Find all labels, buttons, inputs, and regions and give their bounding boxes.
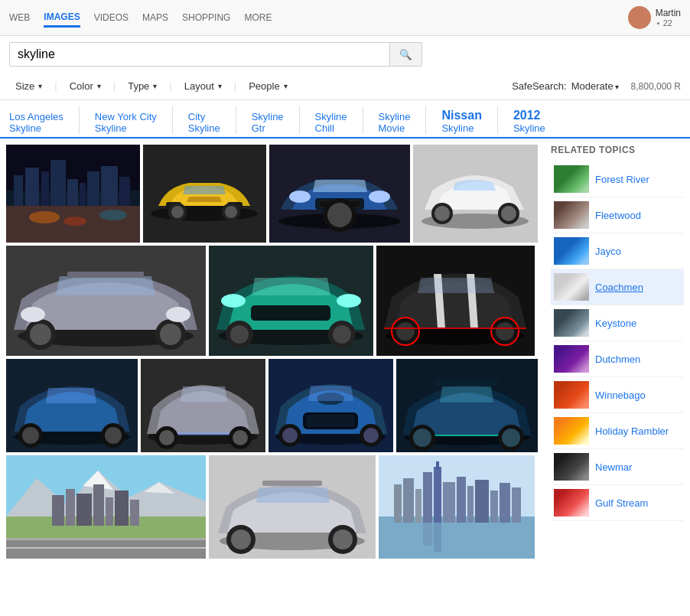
related-item-newmar[interactable]: Newmar	[551, 449, 684, 485]
refine-sub[interactable]: Skyline	[95, 122, 157, 134]
related-name[interactable]: Forest River	[595, 174, 649, 185]
image-cell[interactable]	[269, 145, 410, 243]
related-name[interactable]: Coachmen	[595, 282, 643, 293]
related-name[interactable]: Fleetwood	[595, 210, 641, 221]
related-thumb	[554, 381, 589, 409]
filter-size[interactable]: Size▾	[9, 77, 48, 95]
refine-link[interactable]: Skyline	[252, 111, 284, 122]
nav-web[interactable]: WEB	[9, 9, 30, 26]
image-cell[interactable]	[396, 359, 538, 452]
svg-point-44	[21, 307, 45, 322]
refine-sub[interactable]: Movie	[379, 122, 411, 134]
refine-link[interactable]: New York City	[95, 111, 157, 122]
safesearch-selector[interactable]: Moderate▾	[571, 80, 619, 92]
refine-nissan-skyline[interactable]: Nissan Skyline	[441, 109, 481, 134]
related-name[interactable]: Dutchmen	[595, 354, 640, 365]
image-cell[interactable]	[209, 246, 373, 356]
refine-skyline-movie[interactable]: Skyline Movie	[379, 111, 411, 134]
related-item-fleetwood[interactable]: Fleetwood	[551, 197, 684, 233]
search-button[interactable]: 🔍	[389, 43, 421, 66]
user-area: Martin ⋆ 22	[628, 6, 681, 29]
refine-los-angeles[interactable]: Los Angeles Skyline	[9, 111, 63, 134]
refine-link[interactable]: 2012	[513, 109, 545, 122]
refine-skyline-gtr[interactable]: Skyline Gtr	[252, 111, 284, 134]
related-item-jayco[interactable]: Jayco	[551, 233, 684, 269]
svg-rect-100	[115, 491, 129, 526]
filter-people[interactable]: People▾	[242, 77, 293, 95]
refine-sub[interactable]: Skyline	[513, 122, 545, 134]
image-cell[interactable]	[6, 246, 206, 356]
nav-videos[interactable]: VIDEOS	[94, 9, 129, 26]
svg-rect-9	[101, 166, 118, 206]
refine-new-york-city[interactable]: New York City Skyline	[95, 111, 157, 134]
svg-point-45	[166, 307, 190, 322]
refine-divider	[425, 106, 426, 134]
safesearch-label: SafeSearch:	[512, 80, 567, 92]
filter-layout[interactable]: Layout▾	[178, 77, 228, 95]
related-name[interactable]: Winnebago	[595, 389, 646, 401]
filter-color[interactable]: Color▾	[63, 77, 107, 95]
nav-maps[interactable]: MAPS	[142, 9, 168, 26]
related-item-holiday-rambler[interactable]: Holiday Rambler	[551, 413, 684, 449]
svg-rect-99	[106, 497, 113, 526]
refine-link[interactable]: Nissan	[441, 109, 481, 122]
refine-sub[interactable]: Skyline	[188, 122, 220, 134]
svg-point-64	[22, 427, 39, 444]
svg-rect-5	[50, 160, 66, 206]
search-input[interactable]	[10, 43, 389, 66]
image-cell[interactable]	[269, 359, 393, 452]
refine-2012-skyline[interactable]: 2012 Skyline	[513, 109, 545, 134]
related-name[interactable]: Keystone	[595, 318, 636, 329]
image-cell[interactable]	[376, 246, 535, 356]
svg-rect-7	[80, 183, 86, 206]
image-cell[interactable]	[143, 145, 266, 243]
nav-shopping[interactable]: SHOPPING	[182, 9, 230, 26]
refine-skyline-chill[interactable]: Skyline Chill	[315, 111, 347, 134]
related-name[interactable]: Gulf Stream	[595, 497, 648, 509]
refine-divider	[172, 106, 173, 134]
refine-link[interactable]: Skyline	[379, 111, 411, 122]
related-item-dutchmen[interactable]: Dutchmen	[551, 341, 684, 377]
svg-rect-126	[500, 483, 510, 523]
filter-type[interactable]: Type▾	[122, 77, 163, 95]
filter-sep-2: |	[113, 80, 116, 92]
nav-more[interactable]: MORE	[244, 9, 272, 26]
related-name[interactable]: Holiday Rambler	[595, 425, 669, 437]
user-info: Martin ⋆ 22	[656, 8, 681, 28]
nav-links: WEB IMAGES VIDEOS MAPS SHOPPING MORE	[9, 8, 272, 28]
refine-link[interactable]: Skyline	[315, 111, 347, 122]
refine-sub[interactable]: Chill	[315, 122, 347, 134]
refine-sub[interactable]: Skyline	[441, 122, 481, 134]
related-item-keystone[interactable]: Keystone	[551, 305, 684, 341]
refine-link[interactable]: Los Angeles	[9, 111, 63, 122]
refine-link[interactable]: City	[188, 111, 220, 122]
related-item-forest-river[interactable]: Forest River	[551, 161, 684, 197]
image-cell[interactable]	[413, 145, 538, 243]
related-item-winnebago[interactable]: Winnebago	[551, 377, 684, 413]
chevron-down-icon: ▾	[284, 82, 288, 90]
related-thumb	[554, 273, 589, 301]
filters-bar: Size▾ | Color▾ | Type▾ | Layout▾ | Peopl…	[0, 73, 690, 100]
image-cell[interactable]	[6, 145, 140, 243]
refine-sub[interactable]: Gtr	[252, 122, 284, 134]
image-cell[interactable]	[6, 455, 206, 559]
svg-point-30	[327, 203, 352, 227]
image-cell[interactable]	[141, 359, 265, 452]
image-row-2	[6, 246, 539, 356]
image-cell[interactable]	[379, 455, 535, 559]
svg-point-88	[502, 429, 520, 447]
related-name[interactable]: Jayco	[595, 246, 621, 257]
chevron-down-icon: ▾	[153, 82, 157, 90]
nav-images[interactable]: IMAGES	[44, 8, 80, 28]
svg-rect-127	[512, 487, 521, 523]
image-cell[interactable]	[209, 455, 376, 559]
refine-city[interactable]: City Skyline	[188, 111, 220, 134]
refine-sub[interactable]: Skyline	[9, 122, 63, 134]
svg-point-34	[435, 206, 450, 221]
related-item-gulf-stream[interactable]: Gulf Stream	[551, 485, 684, 521]
svg-point-13	[63, 217, 86, 226]
related-name[interactable]: Newmar	[595, 461, 632, 473]
chevron-down-icon: ▾	[38, 82, 42, 90]
image-cell[interactable]	[6, 359, 138, 452]
related-item-coachmen[interactable]: Coachmen	[551, 269, 684, 305]
